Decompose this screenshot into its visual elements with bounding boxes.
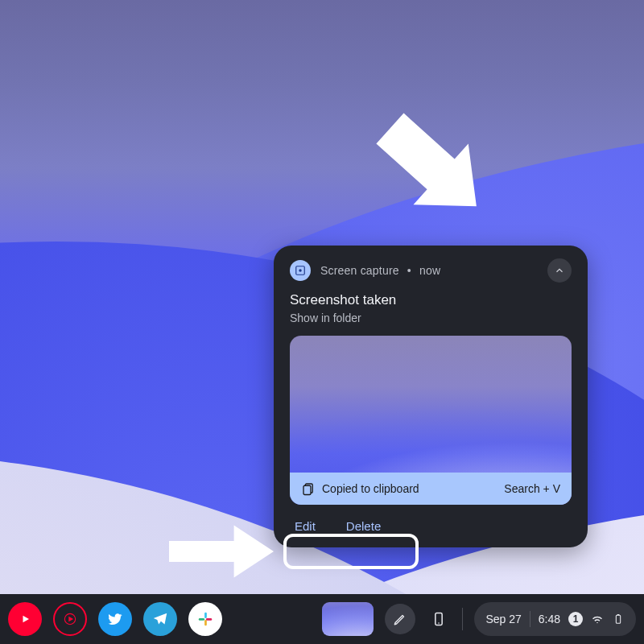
- svg-rect-11: [204, 620, 207, 625]
- svg-rect-10: [199, 618, 204, 621]
- phone-icon: [431, 611, 447, 627]
- annotation-arrow-icon: [169, 519, 274, 584]
- telegram-app[interactable]: [143, 602, 177, 636]
- youtube-app[interactable]: [8, 602, 42, 636]
- delete-button[interactable]: Delete: [345, 516, 382, 536]
- notification-source: Screen capture • now: [320, 264, 440, 277]
- svg-point-1: [299, 269, 302, 272]
- twitter-app[interactable]: [98, 602, 132, 636]
- battery-icon: [612, 613, 625, 625]
- svg-rect-3: [303, 485, 311, 494]
- tray-date: Sep 27: [485, 613, 521, 625]
- chevron-up-icon: [554, 265, 565, 276]
- recent-screenshot-thumb[interactable]: [322, 602, 374, 636]
- show-in-folder-link[interactable]: Show in folder: [290, 312, 572, 324]
- clipboard-banner: Copied to clipboard Search + V: [290, 473, 572, 505]
- stylus-icon: [393, 612, 407, 626]
- screenshot-notification[interactable]: Screen capture • now Screenshot taken Sh…: [274, 246, 588, 547]
- edit-button[interactable]: Edit: [293, 516, 317, 536]
- notification-actions: Edit Delete: [290, 516, 572, 536]
- notification-time-ago: now: [419, 264, 440, 277]
- svg-rect-16: [617, 614, 620, 615]
- slack-app[interactable]: [188, 602, 222, 636]
- svg-rect-12: [206, 618, 212, 621]
- notification-header: Screen capture • now: [290, 258, 572, 283]
- telegram-icon: [151, 610, 169, 628]
- tray-time: 6:48: [539, 613, 560, 625]
- shelf: Sep 27 6:48 1: [0, 594, 644, 644]
- youtube-music-app[interactable]: [53, 602, 87, 636]
- status-tray[interactable]: Sep 27 6:48 1: [474, 602, 636, 636]
- notification-title: Screenshot taken: [290, 292, 572, 308]
- svg-rect-9: [204, 613, 207, 618]
- collapse-button[interactable]: [547, 258, 572, 283]
- clipboard-icon: [301, 481, 316, 496]
- svg-marker-6: [23, 616, 30, 622]
- clipboard-label: Copied to clipboard: [322, 482, 419, 495]
- stylus-tools-button[interactable]: [385, 604, 415, 634]
- notification-count-badge: 1: [568, 612, 583, 626]
- separator-dot: •: [402, 264, 416, 277]
- youtube-icon: [17, 611, 33, 627]
- youtube-music-icon: [62, 611, 78, 627]
- tray-divider: [530, 611, 530, 627]
- svg-rect-15: [616, 615, 620, 623]
- slack-icon: [196, 610, 214, 628]
- twitter-icon: [107, 611, 123, 627]
- svg-point-14: [439, 622, 440, 624]
- notification-app-name: Screen capture: [320, 264, 399, 277]
- screenshot-preview[interactable]: Copied to clipboard Search + V: [290, 336, 572, 505]
- wifi-icon: [591, 613, 604, 625]
- clipboard-shortcut: Search + V: [504, 482, 560, 495]
- phone-hub-button[interactable]: [427, 607, 451, 631]
- shelf-divider: [462, 608, 463, 630]
- svg-marker-5: [169, 526, 274, 578]
- svg-marker-8: [68, 617, 73, 622]
- screen-capture-icon: [290, 260, 311, 281]
